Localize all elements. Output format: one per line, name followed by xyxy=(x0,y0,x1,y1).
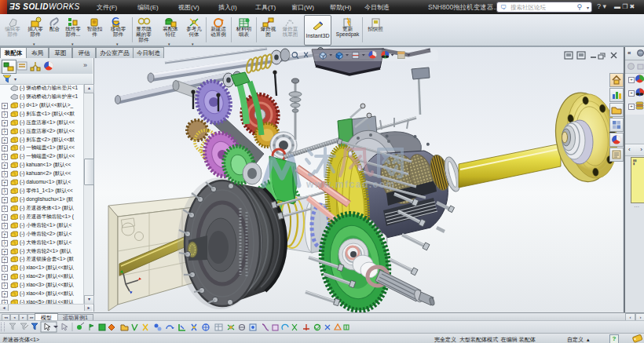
svg-text:www.mfcad.com: www.mfcad.com xyxy=(306,179,396,190)
